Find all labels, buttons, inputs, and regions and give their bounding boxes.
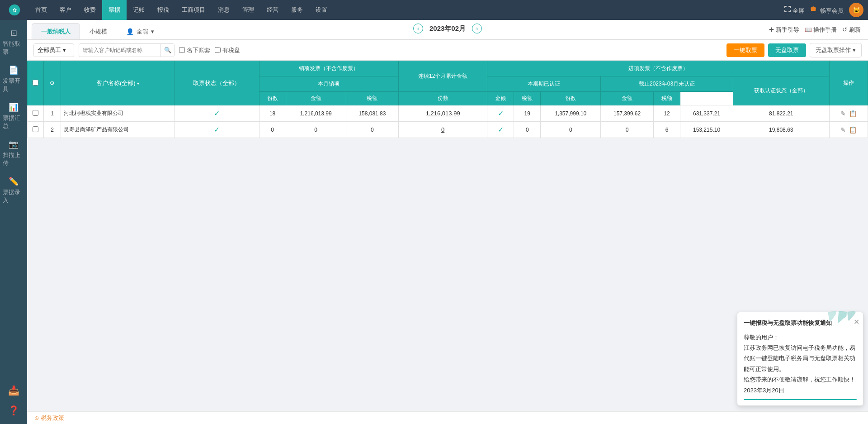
manual-btn[interactable]: 📖 操作手册 bbox=[805, 26, 837, 34]
tab-all-icon: 👤 bbox=[126, 28, 134, 35]
refresh-btn[interactable]: ↺ 刷新 bbox=[842, 26, 861, 34]
search-input[interactable] bbox=[79, 47, 160, 53]
row2-cumulative: 0 bbox=[399, 122, 487, 138]
no-disk-action-btn[interactable]: 无盘取票操作 ▾ bbox=[810, 43, 862, 57]
th-tax1: 税额 bbox=[346, 92, 399, 105]
period-display: 2023年02月 bbox=[429, 24, 466, 33]
sidebar-item-label-1: 发票开具 bbox=[3, 77, 24, 93]
tab-general-taxpayer[interactable]: 一般纳税人 bbox=[32, 23, 80, 39]
scan-icon: 📷 bbox=[9, 139, 19, 149]
sidebar-item-label-0: 智能取票 bbox=[3, 40, 24, 56]
no-disk-ticket-btn[interactable]: 无盘取票 bbox=[768, 43, 806, 57]
checkbox-taxdisk-label: 有税盘 bbox=[222, 46, 240, 54]
search-box: 🔍 bbox=[79, 43, 175, 57]
notification-greeting: 尊敬的用户： bbox=[744, 332, 857, 343]
row2-amount: 0 bbox=[286, 122, 346, 138]
one-key-ticket-btn[interactable]: 一键取票 bbox=[726, 43, 764, 57]
row1-amount: 1,216,013.99 bbox=[286, 105, 346, 122]
row2-actions: ✎ 📋 bbox=[829, 122, 868, 138]
checkbox-taxdisk-input[interactable] bbox=[215, 47, 221, 53]
new-guide-btn[interactable]: ✚ 新手引导 bbox=[769, 26, 799, 34]
row1-u-shares: 12 bbox=[653, 105, 680, 122]
select-all-checkbox[interactable] bbox=[33, 80, 38, 86]
sidebar-item-scan[interactable]: 📷 扫描上传 bbox=[1, 136, 26, 171]
checkbox-account-input[interactable] bbox=[179, 47, 185, 53]
nav-service[interactable]: 服务 bbox=[285, 0, 309, 20]
employee-select[interactable]: 全部员工 ▾ bbox=[33, 43, 74, 57]
th-amount2: 金额 bbox=[487, 92, 514, 105]
th-sales-month: 本月销项 bbox=[259, 76, 399, 92]
th-period-recognized: 本期期已认证 bbox=[487, 76, 600, 92]
row2-customer: 灵寿县尚泽矿产品有限公司 bbox=[61, 122, 175, 138]
tab-all[interactable]: 👤 全能 ▾ bbox=[117, 23, 164, 39]
row1-u-tax: 81,822.21 bbox=[733, 105, 829, 122]
row2-status: ✓ bbox=[175, 122, 259, 138]
row1-p-tax: 157,399.62 bbox=[601, 105, 654, 122]
nav-settings[interactable]: 设置 bbox=[309, 0, 334, 20]
row2-u-tax: 19,808.63 bbox=[733, 122, 829, 138]
th-shares3: 份数 bbox=[541, 92, 601, 105]
checkbox-taxdisk[interactable]: 有税盘 bbox=[215, 46, 240, 54]
nav-manage[interactable]: 管理 bbox=[236, 0, 260, 20]
row1-edit-btn[interactable]: ✎ bbox=[840, 110, 846, 117]
row1-u-amount: 631,337.21 bbox=[680, 105, 733, 122]
period-prev-btn[interactable]: ‹ bbox=[413, 24, 423, 33]
fullscreen-label: 全屏 bbox=[793, 7, 804, 14]
vip-btn[interactable]: 畅享会员 bbox=[810, 5, 844, 15]
row2-detail-btn[interactable]: 📋 bbox=[849, 126, 857, 133]
table-row: 1 河北柯橙栈实业有限公司 ✓ 18 1,216,013.99 158,081.… bbox=[28, 105, 868, 122]
row2-edit-btn[interactable]: ✎ bbox=[840, 126, 846, 133]
nav-business[interactable]: 工商项目 bbox=[175, 0, 212, 20]
th-cumulative: 连续12个月累计金额 bbox=[399, 61, 487, 92]
notification-body: 江苏政务网已恢复访问电子税务局功能，易代账一键登陆电子税务局与无盘取票相关功能可… bbox=[744, 343, 857, 374]
notification-date: 2023年3月20日 bbox=[744, 385, 857, 395]
nav-invoice[interactable]: 票据 bbox=[102, 0, 127, 20]
th-status: 取票状态（全部） bbox=[175, 61, 259, 105]
th-tax3: 税额 bbox=[653, 92, 680, 105]
toolbar-right: 一键取票 无盘取票 无盘取票操作 ▾ bbox=[726, 43, 862, 57]
svg-text:✿: ✿ bbox=[13, 7, 17, 13]
nav-home[interactable]: 首页 bbox=[29, 0, 53, 20]
nav-fee[interactable]: 收费 bbox=[78, 0, 102, 20]
user-avatar[interactable]: 🐱 bbox=[849, 3, 863, 17]
th-customer: 客户名称(全部) ▾ bbox=[61, 61, 175, 105]
th-amount3: 金额 bbox=[601, 92, 654, 105]
smart-ticket-icon: ⊡ bbox=[10, 28, 17, 38]
nav-tax[interactable]: 报税 bbox=[151, 0, 175, 20]
sidebar-download-btn[interactable]: 📥 bbox=[1, 381, 26, 400]
row1-detail-btn[interactable]: 📋 bbox=[849, 110, 857, 117]
employee-dropdown-icon: ▾ bbox=[63, 47, 66, 53]
row1-checkbox[interactable] bbox=[28, 105, 44, 122]
row2-tax: 0 bbox=[346, 122, 399, 138]
sidebar-item-invoice-open[interactable]: 📄 发票开具 bbox=[1, 62, 26, 97]
sidebar-item-entry[interactable]: ✏️ 票据录入 bbox=[1, 173, 26, 208]
sidebar: ⊡ 智能取票 📄 发票开具 📊 票据汇总 📷 扫描上传 ✏️ 票据录入 📥 ❓ bbox=[0, 20, 27, 424]
row2-shares: 0 bbox=[259, 122, 286, 138]
row1-status: ✓ bbox=[175, 105, 259, 122]
row2-checkbox[interactable] bbox=[28, 122, 44, 138]
nav-customer[interactable]: 客户 bbox=[53, 0, 78, 20]
search-button[interactable]: 🔍 bbox=[160, 43, 174, 57]
sidebar-item-summary[interactable]: 📊 票据汇总 bbox=[1, 99, 26, 134]
tab-small-scale[interactable]: 小规模 bbox=[80, 23, 117, 39]
tab-chevron-icon: ▾ bbox=[151, 28, 154, 35]
svg-rect-9 bbox=[790, 10, 791, 12]
nav-operation[interactable]: 经营 bbox=[260, 0, 285, 20]
app-logo: ✿ bbox=[5, 0, 24, 20]
checkbox-account[interactable]: 名下账套 bbox=[179, 46, 210, 54]
sidebar-help-btn[interactable]: ❓ bbox=[1, 401, 26, 419]
row1-p-shares: 19 bbox=[514, 105, 541, 122]
row2-recognize-status: ✓ bbox=[487, 122, 514, 138]
nav-message[interactable]: 消息 bbox=[212, 0, 236, 20]
nav-accounting[interactable]: 记账 bbox=[127, 0, 151, 20]
summary-icon: 📊 bbox=[9, 102, 19, 112]
sidebar-item-smart-ticket[interactable]: ⊡ 智能取票 bbox=[1, 24, 26, 60]
fullscreen-btn[interactable]: 全屏 bbox=[784, 5, 805, 15]
tax-policy-link[interactable]: ⊙ 税务政策 bbox=[34, 414, 64, 422]
row1-recognize-status: ✓ bbox=[487, 105, 514, 122]
employee-select-label: 全部员工 bbox=[38, 46, 61, 54]
period-next-btn[interactable]: › bbox=[472, 24, 482, 33]
row1-tax: 158,081.83 bbox=[346, 105, 399, 122]
row1-p-amount: 1,357,999.10 bbox=[541, 105, 601, 122]
main-table: ⚙ 客户名称(全部) ▾ 取票状态（全部） 销项发票（不含作废票） 连续12个月… bbox=[27, 61, 868, 138]
